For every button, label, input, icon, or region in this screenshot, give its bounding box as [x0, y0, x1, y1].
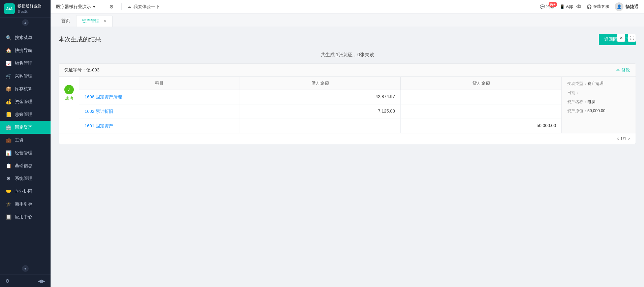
sidebar-item-system[interactable]: ⚙ 系统管理 [0, 172, 51, 185]
debit-1: 42,874.97 [240, 90, 401, 104]
voucher-body: ✓ 成功 科目 借方金额 贷方金额 1606 固定资产清理 42,874.97 [59, 77, 636, 133]
app-download-label: App下载 [566, 4, 581, 9]
online-service-label: 在线客服 [593, 4, 609, 9]
nav-label-fixed-assets: 固定资产 [15, 124, 32, 130]
nav-label-guide: 新手引导 [15, 201, 32, 207]
main-area: 医疗器械行业演示 ▾ ⚙ ☁ 我要体验一下 💬 消息 99+ 📱 App下载 🎧… [51, 0, 644, 287]
account-1: 1606 固定资产清理 [79, 90, 240, 104]
logo-icon: AtA [4, 3, 15, 14]
tab-home-label: 首页 [61, 18, 70, 24]
nav-label-quick-nav: 快捷导航 [15, 47, 32, 54]
expand-icon: ⛶ [630, 35, 634, 40]
nav-label-apps: 应用中心 [15, 214, 32, 220]
avatar: 👤 [615, 2, 623, 11]
nav-icon-fixed-assets: 🏢 [5, 124, 11, 130]
app-download-icon: 📱 [560, 4, 565, 9]
voucher-number: 凭证字号：记-003 [64, 67, 99, 73]
experience-text: 我要体验一下 [133, 4, 160, 10]
credit-3: 50,000.00 [401, 119, 561, 133]
nav-label-system: 系统管理 [15, 176, 32, 182]
nav-icon-sales: 📈 [5, 60, 11, 66]
expand-panel-btn[interactable]: ⛶ [628, 34, 636, 42]
app-download-btn[interactable]: 📱 App下载 [560, 4, 581, 9]
message-btn[interactable]: 💬 消息 99+ [540, 4, 554, 9]
dropdown-icon: ▾ [93, 4, 95, 9]
info-date: 日期： [567, 90, 630, 96]
edit-voucher-btn[interactable]: ✏ 修改 [616, 67, 630, 73]
nav-label-inventory: 库存核算 [15, 86, 32, 92]
date-label: 日期： [567, 90, 587, 96]
tab-asset-mgmt[interactable]: 资产管理 ✕ [76, 15, 113, 27]
summary-text: 共生成 1张凭证，0张失败 [59, 52, 636, 58]
sidebar-item-purchase[interactable]: 🛒 采购管理 [0, 70, 51, 83]
tab-home[interactable]: 首页 [56, 15, 75, 27]
tab-close-icon[interactable]: ✕ [103, 19, 107, 24]
sidebar-item-enterprise[interactable]: 🤝 企业协同 [0, 185, 51, 198]
nav-label-sales: 销售管理 [15, 60, 32, 66]
table-header: 科目 借方金额 贷方金额 [79, 77, 561, 90]
nav-icon-quick-nav: 🏠 [5, 47, 11, 54]
settings-bottom-btn[interactable]: ⚙ [5, 278, 10, 284]
nav-label-payroll: 工资 [15, 137, 24, 143]
nav-icon-payroll: 💼 [5, 137, 11, 143]
col-debit: 借方金额 [240, 77, 401, 90]
sidebar-item-quick-nav[interactable]: 🏠 快捷导航 [0, 44, 51, 57]
nav-label-enterprise: 企业协同 [15, 188, 32, 194]
success-icon: ✓ [64, 85, 74, 94]
account-3: 1601 固定资产 [79, 119, 240, 133]
sidebar-item-basics[interactable]: 📋 基础信息 [0, 159, 51, 172]
nav-label-ledger: 总账管理 [15, 111, 32, 118]
sidebar-scroll-up[interactable]: ▲ [0, 18, 51, 29]
sidebar-item-sales[interactable]: 📈 销售管理 [0, 57, 51, 70]
original-value-value: 50,000.00 [587, 108, 605, 113]
sidebar-item-search[interactable]: 🔍 搜索菜单 [0, 31, 51, 44]
sidebar-item-ledger[interactable]: 📒 总账管理 [0, 108, 51, 121]
topbar: 医疗器械行业演示 ▾ ⚙ ☁ 我要体验一下 💬 消息 99+ 📱 App下载 🎧… [51, 0, 644, 13]
online-service-btn[interactable]: 🎧 在线客服 [587, 4, 609, 9]
content-area: ✕ ⛶ 本次生成的结果 返回固定资产 共生成 1张凭证，0张失败 凭证字号：记-… [51, 27, 644, 287]
panel-controls: ✕ ⛶ [617, 34, 636, 42]
original-value-label: 资产原值： [567, 108, 587, 114]
info-change-type: 变动类型： 资产清理 [567, 81, 630, 87]
asset-name-label: 资产名称： [567, 99, 587, 105]
nav-label-basics: 基础信息 [15, 163, 32, 169]
nav-icon-ops: 📊 [5, 150, 11, 156]
nav-icon-ledger: 📒 [5, 111, 11, 118]
nav-label-search: 搜索菜单 [15, 35, 32, 41]
sidebar-item-inventory[interactable]: 📦 库存核算 [0, 83, 51, 95]
debit-2: 7,125.03 [240, 104, 401, 119]
pagination-text[interactable]: < 1/1 > [617, 136, 630, 141]
close-panel-btn[interactable]: ✕ [617, 34, 625, 42]
sidebar-item-payroll[interactable]: 💼 工资 [0, 134, 51, 147]
nav-icon-basics: 📋 [5, 163, 11, 169]
sidebar-item-guide[interactable]: 🎓 新手引导 [0, 198, 51, 211]
credit-2 [401, 104, 561, 119]
sidebar-scroll-down[interactable]: ▼ [0, 264, 51, 275]
company-name: 医疗器械行业演示 [56, 4, 91, 10]
table-row: 1602 累计折旧 7,125.03 [79, 104, 561, 119]
message-badge: 99+ [549, 2, 557, 7]
scroll-up-btn[interactable]: ▲ [22, 19, 29, 26]
nav-icon-system: ⚙ [5, 176, 11, 182]
user-menu[interactable]: 👤 畅捷通 [615, 2, 639, 11]
message-icon: 💬 [540, 4, 545, 9]
sidebar-item-ops[interactable]: 📊 经营管理 [0, 147, 51, 159]
sidebar-logo: AtA 畅捷通好业财 普及版 [0, 0, 51, 18]
online-service-icon: 🎧 [587, 4, 592, 9]
voucher-panel: 凭证字号：记-003 ✏ 修改 ✓ 成功 科目 借方金额 贷方金额 [59, 63, 636, 144]
sidebar-item-finance[interactable]: 💰 资金管理 [0, 95, 51, 108]
voucher-header: 凭证字号：记-003 ✏ 修改 [59, 64, 636, 77]
experience-btn[interactable]: ☁ 我要体验一下 [127, 4, 160, 10]
toggle-sidebar-btn[interactable]: ◀▶ [38, 278, 45, 284]
sidebar-item-apps[interactable]: 🔲 应用中心 [0, 211, 51, 223]
col-account: 科目 [79, 77, 240, 90]
app-name: 畅捷通好业财 [18, 4, 42, 9]
scroll-down-btn[interactable]: ▼ [22, 265, 29, 272]
topbar-settings-btn[interactable]: ⚙ [106, 2, 116, 11]
success-column: ✓ 成功 [59, 77, 79, 133]
table-row: 1601 固定资产 50,000.00 [79, 119, 561, 133]
page-header: 本次生成的结果 返回固定资产 [59, 34, 636, 45]
company-selector[interactable]: 医疗器械行业演示 ▾ [56, 4, 95, 10]
sidebar-item-fixed-assets[interactable]: 🏢 固定资产 [0, 121, 51, 134]
nav-icon-inventory: 📦 [5, 86, 11, 92]
